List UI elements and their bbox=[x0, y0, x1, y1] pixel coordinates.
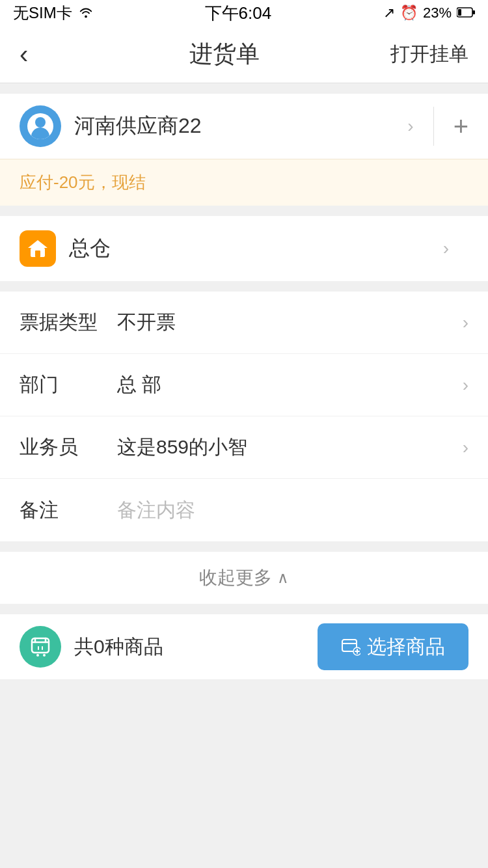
status-left: 无SIM卡 bbox=[13, 3, 93, 23]
wifi-icon bbox=[79, 4, 93, 22]
select-product-label: 选择商品 bbox=[367, 634, 445, 660]
svg-point-10 bbox=[43, 654, 46, 657]
collapse-row[interactable]: 收起更多 ∧ bbox=[0, 552, 488, 604]
location-icon: ↗ bbox=[383, 5, 395, 21]
status-right: ↗ ⏰ 23% bbox=[383, 5, 475, 21]
warehouse-icon bbox=[20, 230, 56, 267]
svg-rect-1 bbox=[472, 10, 475, 14]
department-row[interactable]: 部门 总 部 › bbox=[0, 354, 488, 416]
nav-bar: ‹ 进货单 打开挂单 bbox=[0, 26, 488, 83]
supplier-notice: 应付-20元，现结 bbox=[0, 159, 488, 206]
supplier-avatar bbox=[20, 105, 61, 147]
background-area bbox=[0, 679, 488, 868]
cart-icon-circle bbox=[20, 626, 61, 668]
alarm-icon: ⏰ bbox=[400, 5, 418, 21]
carrier-text: 无SIM卡 bbox=[13, 3, 72, 23]
avatar-icon bbox=[27, 113, 53, 139]
remark-placeholder: 备注内容 bbox=[104, 497, 468, 524]
department-value: 总 部 bbox=[104, 372, 463, 398]
invoice-type-chevron-icon: › bbox=[463, 312, 468, 333]
svg-rect-8 bbox=[42, 646, 43, 650]
product-count: 共0种商品 bbox=[74, 634, 318, 660]
page-title: 进货单 bbox=[189, 38, 260, 70]
warehouse-name: 总仓 bbox=[69, 234, 443, 263]
supplier-section: 河南供应商22 › + 应付-20元，现结 bbox=[0, 94, 488, 206]
select-product-button[interactable]: 选择商品 bbox=[318, 623, 468, 670]
warehouse-section[interactable]: 总仓 › bbox=[0, 216, 488, 281]
battery-percent: 23% bbox=[423, 5, 452, 21]
warehouse-chevron-icon: › bbox=[443, 238, 449, 259]
form-section: 票据类型 不开票 › 部门 总 部 › 业务员 这是859的小智 › 备注 备注… bbox=[0, 292, 488, 541]
collapse-icon: ∧ bbox=[277, 569, 289, 587]
open-pending-button[interactable]: 打开挂单 bbox=[390, 41, 468, 68]
footer-section: 共0种商品 选择商品 bbox=[0, 614, 488, 679]
supplier-name: 河南供应商22 bbox=[74, 112, 407, 141]
department-chevron-icon: › bbox=[463, 375, 468, 396]
invoice-type-row[interactable]: 票据类型 不开票 › bbox=[0, 292, 488, 354]
status-time: 下午6:04 bbox=[205, 2, 272, 25]
salesperson-chevron-icon: › bbox=[463, 437, 468, 458]
svg-rect-5 bbox=[35, 251, 40, 257]
svg-point-9 bbox=[36, 654, 39, 657]
svg-rect-7 bbox=[38, 646, 39, 650]
department-label: 部门 bbox=[20, 372, 104, 398]
salesperson-value: 这是859的小智 bbox=[104, 434, 463, 461]
salesperson-row[interactable]: 业务员 这是859的小智 › bbox=[0, 416, 488, 479]
remark-row[interactable]: 备注 备注内容 bbox=[0, 479, 488, 541]
remark-label: 备注 bbox=[20, 497, 104, 524]
divider-vertical bbox=[433, 107, 434, 146]
section-gap-1 bbox=[0, 83, 488, 94]
collapse-label: 收起更多 bbox=[199, 565, 272, 590]
back-button[interactable]: ‹ bbox=[20, 40, 59, 69]
svg-rect-2 bbox=[458, 9, 461, 16]
invoice-type-label: 票据类型 bbox=[20, 309, 104, 336]
salesperson-label: 业务员 bbox=[20, 434, 104, 461]
status-bar: 无SIM卡 下午6:04 ↗ ⏰ 23% bbox=[0, 0, 488, 26]
supplier-row[interactable]: 河南供应商22 › + bbox=[0, 94, 488, 159]
svg-marker-3 bbox=[28, 240, 47, 248]
supplier-chevron-icon: › bbox=[407, 116, 413, 137]
battery-icon bbox=[457, 5, 475, 21]
add-supplier-button[interactable]: + bbox=[454, 112, 468, 141]
invoice-type-value: 不开票 bbox=[104, 309, 463, 336]
